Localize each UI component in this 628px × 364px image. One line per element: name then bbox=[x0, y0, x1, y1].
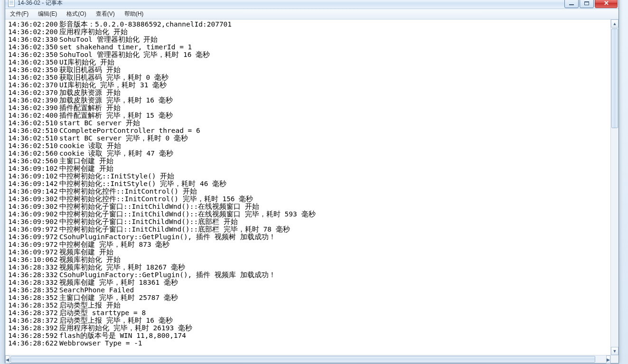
log-message: 应用程序初始化 完毕，耗时 26193 毫秒 bbox=[59, 324, 609, 332]
log-line: 14:36:02:350获取旧机器码 开始 bbox=[8, 66, 609, 74]
log-line: 14:36:28:622Webbrowser Type = -1 bbox=[8, 339, 609, 347]
log-message: set shakehand timer, timerId = 1 bbox=[59, 43, 609, 51]
log-timestamp: 14:36:28:352 bbox=[8, 286, 59, 294]
log-line: 14:36:02:200影音版本：5.0.2.0-83886592,channe… bbox=[8, 20, 609, 28]
log-message: 加载皮肤资源 开始 bbox=[59, 89, 609, 96]
log-timestamp: 14:36:02:560 bbox=[8, 149, 59, 157]
log-message: SohuTool 管理器初始化 完毕，耗时 16 毫秒 bbox=[59, 51, 609, 58]
log-timestamp: 14:36:28:392 bbox=[8, 324, 59, 332]
log-timestamp: 14:36:10:062 bbox=[8, 256, 59, 263]
titlebar[interactable]: 14-36-02 - 记事本 ✕ bbox=[5, 0, 619, 9]
log-line: 14:36:02:200应用程序初始化 开始 bbox=[8, 28, 609, 36]
horizontal-scrollbar[interactable]: ◀ ▶ bbox=[5, 355, 610, 363]
log-timestamp: 14:36:28:372 bbox=[8, 317, 59, 324]
log-timestamp: 14:36:02:370 bbox=[8, 89, 59, 96]
log-message: 应用程序初始化 开始 bbox=[59, 28, 609, 36]
log-line: 14:36:02:510cookie 读取 开始 bbox=[8, 142, 609, 149]
log-timestamp: 14:36:28:352 bbox=[8, 294, 59, 301]
hscroll-track[interactable] bbox=[9, 355, 606, 363]
log-message: 主窗口创建 开始 bbox=[59, 157, 609, 165]
log-timestamp: 14:36:28:622 bbox=[8, 339, 59, 347]
scroll-right-button[interactable]: ▶ bbox=[606, 355, 610, 364]
minimize-icon bbox=[569, 4, 574, 5]
log-message: 中控树初始化控件::InitControl() 开始 bbox=[59, 187, 609, 195]
log-line: 14:36:02:560cookie 读取 完毕，耗时 47 毫秒 bbox=[8, 149, 609, 157]
log-line: 14:36:28:332CSohuPluginFactory::GetPlugi… bbox=[8, 271, 609, 279]
log-timestamp: 14:36:02:390 bbox=[8, 104, 59, 112]
log-message: CSohuPluginFactory::GetPlugin(), 插件 视频树 … bbox=[59, 233, 609, 241]
log-line: 14:36:09:902中控树初始化子窗口::InitChildWnd()::底… bbox=[8, 218, 609, 225]
menu-file[interactable]: 文件(F) bbox=[5, 9, 33, 19]
log-timestamp: 14:36:28:592 bbox=[8, 332, 59, 339]
log-timestamp: 14:36:09:142 bbox=[8, 187, 59, 195]
log-message: UI库初始化 完毕，耗时 31 毫秒 bbox=[59, 81, 609, 89]
log-timestamp: 14:36:02:510 bbox=[8, 119, 59, 127]
hscroll-thumb[interactable] bbox=[10, 356, 595, 363]
notepad-window: 14-36-02 - 记事本 ✕ 文件(F) 编辑(E) 格式(O) 查看(V)… bbox=[5, 0, 619, 364]
log-timestamp: 14:36:09:972 bbox=[8, 233, 59, 241]
log-line: 14:36:02:560主窗口创建 开始 bbox=[8, 157, 609, 165]
scrollbar-corner bbox=[610, 355, 619, 363]
log-timestamp: 14:36:02:200 bbox=[8, 28, 59, 36]
log-line: 14:36:09:972中控树初始化子窗口::InitChildWnd()::底… bbox=[8, 225, 609, 233]
log-timestamp: 14:36:28:372 bbox=[8, 309, 59, 317]
log-line: 14:36:02:390插件配置解析 开始 bbox=[8, 104, 609, 112]
log-message: 加载皮肤资源 完毕，耗时 16 毫秒 bbox=[59, 96, 609, 104]
log-timestamp: 14:36:09:302 bbox=[8, 203, 59, 210]
log-timestamp: 14:36:09:972 bbox=[8, 248, 59, 256]
log-message: CCompletePortController thread = 6 bbox=[59, 127, 609, 134]
log-line: 14:36:28:332视频库初始化 完毕，耗时 18267 毫秒 bbox=[8, 263, 609, 271]
chevron-left-icon: ◀ bbox=[6, 357, 9, 362]
log-message: 视频库创建 完毕，耗时 18361 毫秒 bbox=[59, 279, 609, 286]
log-line: 14:36:09:972CSohuPluginFactory::GetPlugi… bbox=[8, 233, 609, 241]
log-message: 中控树创建 完毕，耗时 873 毫秒 bbox=[59, 241, 609, 248]
maximize-icon bbox=[584, 1, 589, 5]
vscroll-thumb[interactable] bbox=[611, 28, 618, 128]
log-line: 14:36:02:510CCompletePortController thre… bbox=[8, 127, 609, 134]
log-line: 14:36:02:400插件配置解析 完毕，耗时 15 毫秒 bbox=[8, 112, 609, 119]
menu-help[interactable]: 帮助(H) bbox=[120, 9, 149, 19]
text-area[interactable]: 14:36:02:200影音版本：5.0.2.0-83886592,channe… bbox=[5, 19, 610, 355]
log-timestamp: 14:36:02:390 bbox=[8, 96, 59, 104]
scroll-left-button[interactable]: ◀ bbox=[5, 355, 9, 364]
log-timestamp: 14:36:02:370 bbox=[8, 81, 59, 89]
log-timestamp: 14:36:02:350 bbox=[8, 43, 59, 51]
vertical-scrollbar[interactable]: ▲ ▼ bbox=[610, 19, 619, 355]
vscroll-track[interactable] bbox=[611, 28, 619, 347]
log-line: 14:36:09:902中控树初始化子窗口::InitChildWnd()::在… bbox=[8, 210, 609, 218]
minimize-button[interactable] bbox=[564, 0, 579, 8]
log-line: 14:36:28:352启动类型上报 开始 bbox=[8, 301, 609, 309]
log-timestamp: 14:36:09:102 bbox=[8, 172, 59, 180]
scroll-up-button[interactable]: ▲ bbox=[611, 19, 619, 28]
log-timestamp: 14:36:09:972 bbox=[8, 241, 59, 248]
log-line: 14:36:28:392应用程序初始化 完毕，耗时 26193 毫秒 bbox=[8, 324, 609, 332]
log-timestamp: 14:36:28:332 bbox=[8, 271, 59, 279]
menu-format[interactable]: 格式(O) bbox=[62, 9, 91, 19]
log-timestamp: 14:36:28:332 bbox=[8, 263, 59, 271]
log-timestamp: 14:36:09:902 bbox=[8, 218, 59, 225]
log-message: 中控树初始化控件::InitControl() 完毕，耗时 156 毫秒 bbox=[59, 195, 609, 203]
log-message: CSohuPluginFactory::GetPlugin(), 插件 视频库 … bbox=[59, 271, 609, 279]
log-timestamp: 14:36:02:200 bbox=[8, 20, 59, 28]
log-message: 获取旧机器码 完毕，耗时 0 毫秒 bbox=[59, 74, 609, 81]
window-title: 14-36-02 - 记事本 bbox=[18, 0, 63, 7]
log-message: 主窗口创建 完毕，耗时 25787 毫秒 bbox=[59, 294, 609, 301]
client-area: 14:36:02:200影音版本：5.0.2.0-83886592,channe… bbox=[5, 19, 619, 355]
close-button[interactable]: ✕ bbox=[595, 0, 618, 8]
log-timestamp: 14:36:09:142 bbox=[8, 180, 59, 187]
scroll-down-button[interactable]: ▼ bbox=[611, 347, 619, 355]
log-message: start BC server 完毕，耗时 0 毫秒 bbox=[59, 134, 609, 142]
log-line: 14:36:09:102中控树创建 开始 bbox=[8, 165, 609, 172]
log-timestamp: 14:36:09:302 bbox=[8, 195, 59, 203]
log-line: 14:36:09:142中控树初始化控件::InitControl() 开始 bbox=[8, 187, 609, 195]
log-line: 14:36:09:302中控树初始化控件::InitControl() 完毕，耗… bbox=[8, 195, 609, 203]
maximize-button[interactable] bbox=[580, 0, 594, 8]
log-line: 14:36:02:390加载皮肤资源 完毕，耗时 16 毫秒 bbox=[8, 96, 609, 104]
menu-edit[interactable]: 编辑(E) bbox=[33, 9, 62, 19]
log-line: 14:36:09:972视频库创建 开始 bbox=[8, 248, 609, 256]
log-message: 中控树初始化子窗口::InitChildWnd()::在线视频窗口 开始 bbox=[59, 203, 609, 210]
log-message: 视频库创建 开始 bbox=[59, 248, 609, 256]
menubar: 文件(F) 编辑(E) 格式(O) 查看(V) 帮助(H) bbox=[5, 9, 619, 19]
menu-view[interactable]: 查看(V) bbox=[91, 9, 120, 19]
log-line: 14:36:02:350SohuTool 管理器初始化 完毕，耗时 16 毫秒 bbox=[8, 51, 609, 58]
